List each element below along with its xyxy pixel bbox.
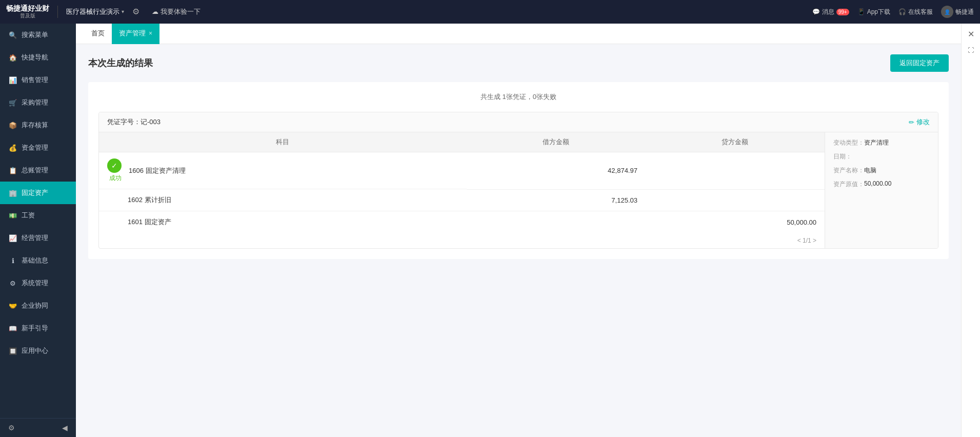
capital-icon: 💰 — [8, 143, 17, 152]
main-layout: 🔍 搜索菜单 🏠 快捷导航 📊 销售管理 🛒 采购管理 📦 库存核算 💰 资金管… — [0, 24, 980, 437]
sidebar: 🔍 搜索菜单 🏠 快捷导航 📊 销售管理 🛒 采购管理 📦 库存核算 💰 资金管… — [0, 24, 76, 437]
top-header: 畅捷通好业财 普及版 医疗器械行业演示 ▾ ⚙ ☁ 我要体验一下 💬 消息 99… — [0, 0, 980, 24]
service-icon: 🎧 — [898, 8, 906, 15]
header-left: 畅捷通好业财 普及版 医疗器械行业演示 ▾ ⚙ ☁ 我要体验一下 — [6, 4, 201, 20]
sidebar-bottom: ⚙ ◀ — [0, 418, 76, 437]
page-header: 本次生成的结果 返回固定资产 — [88, 54, 949, 72]
purchase-icon: 🛒 — [8, 98, 17, 107]
enterprise-icon: 🤝 — [8, 301, 17, 310]
credit-cell-3: 50,000.00 — [646, 211, 825, 233]
download-icon: 📱 — [857, 8, 865, 15]
edit-button[interactable]: ✏ 修改 — [909, 117, 930, 127]
sidebar-label-enterprise: 企业协同 — [22, 301, 48, 310]
info-icon: ℹ — [8, 256, 17, 265]
detail-original-value: 资产原值： 50,000.00 — [833, 180, 930, 189]
subject-cell-1: 1606 固定资产清理 — [129, 166, 186, 175]
message-icon: 💬 — [812, 8, 820, 15]
ledger-icon: 📋 — [8, 166, 17, 175]
page-content: 本次生成的结果 返回固定资产 共生成 1张凭证，0张失败 凭证字号：记-003 … — [76, 44, 961, 437]
home-icon: 🏠 — [8, 53, 17, 62]
pagination-label: < 1/1 > — [797, 237, 816, 244]
app-download-label: App下载 — [867, 8, 890, 16]
voucher-body: 科目 借方金额 贷方金额 ✓ — [99, 132, 938, 248]
credit-cell-2 — [646, 189, 825, 211]
sidebar-item-app-center[interactable]: 🔲 应用中心 — [0, 340, 76, 362]
subject-cell-3: 1601 固定资产 — [128, 218, 171, 226]
message-label: 消息 — [822, 8, 834, 16]
inventory-icon: 📦 — [8, 121, 17, 130]
success-label: 成功 — [109, 174, 122, 183]
detail-change-type: 变动类型： 资产清理 — [833, 138, 930, 147]
change-type-value: 资产清理 — [864, 138, 889, 147]
sidebar-label-system: 系统管理 — [22, 279, 48, 288]
tab-home[interactable]: 首页 — [84, 24, 112, 44]
detail-date: 日期： — [833, 152, 930, 161]
sales-icon: 📊 — [8, 75, 17, 85]
expand-panel-icon[interactable]: ⛶ — [964, 43, 978, 57]
sidebar-label-quick-nav: 快捷导航 — [22, 53, 48, 62]
sidebar-item-payroll[interactable]: 💵 工资 — [0, 204, 76, 227]
sidebar-item-operations[interactable]: 📈 经营管理 — [0, 227, 76, 249]
pagination[interactable]: < 1/1 > — [99, 233, 825, 248]
sidebar-label-purchase: 采购管理 — [22, 98, 48, 107]
sidebar-label-fixed-assets: 固定资产 — [22, 188, 48, 197]
content-area: 首页 资产管理 × 本次生成的结果 返回固定资产 共生成 1张凭证，0张失败 凭… — [76, 24, 961, 437]
sidebar-label-capital: 资金管理 — [22, 143, 48, 152]
page-title: 本次生成的结果 — [88, 57, 153, 69]
collapse-icon[interactable]: ◀ — [62, 424, 68, 432]
sidebar-item-purchase[interactable]: 🛒 采购管理 — [0, 91, 76, 114]
payroll-icon: 💵 — [8, 211, 17, 220]
tab-asset-management[interactable]: 资产管理 × — [112, 24, 159, 44]
result-card: 共生成 1张凭证，0张失败 凭证字号：记-003 ✏ 修改 — [88, 82, 949, 259]
message-button[interactable]: 💬 消息 99+ — [812, 8, 849, 16]
fixed-assets-icon: 🏢 — [8, 188, 17, 197]
sidebar-item-fixed-assets[interactable]: 🏢 固定资产 — [0, 182, 76, 204]
close-panel-icon[interactable]: ✕ — [964, 27, 978, 41]
original-value-label: 资产原值： — [833, 180, 864, 189]
tab-close-icon[interactable]: × — [149, 30, 152, 37]
back-button[interactable]: 返回固定资产 — [890, 54, 949, 72]
success-icon: ✓ — [107, 158, 122, 173]
sidebar-item-search[interactable]: 🔍 搜索菜单 — [0, 24, 76, 46]
col-header-credit: 贷方金额 — [646, 132, 825, 152]
sidebar-item-inventory[interactable]: 📦 库存核算 — [0, 114, 76, 136]
sidebar-label-operations: 经营管理 — [22, 233, 48, 243]
sidebar-item-quick-nav[interactable]: 🏠 快捷导航 — [0, 46, 76, 69]
debit-cell-3 — [467, 211, 646, 233]
company-name: 医疗器械行业演示 — [66, 7, 119, 16]
sidebar-label-inventory: 库存核算 — [22, 121, 48, 130]
logo: 畅捷通好业财 普及版 — [6, 4, 49, 20]
company-settings-icon[interactable]: ⚙ — [132, 7, 139, 16]
sidebar-item-system[interactable]: ⚙ 系统管理 — [0, 272, 76, 294]
sidebar-item-capital[interactable]: 💰 资金管理 — [0, 136, 76, 159]
subject-cell-2: 1602 累计折旧 — [128, 196, 171, 204]
settings-bottom-icon[interactable]: ⚙ — [8, 424, 15, 432]
sidebar-item-sales[interactable]: 📊 销售管理 — [0, 69, 76, 91]
original-value-value: 50,000.00 — [864, 180, 891, 189]
online-service-button[interactable]: 🎧 在线客服 — [898, 8, 933, 16]
user-label: 畅捷通 — [955, 8, 974, 16]
asset-name-label: 资产名称： — [833, 166, 864, 175]
sidebar-label-guide: 新手引导 — [22, 324, 48, 333]
edit-label: 修改 — [916, 117, 930, 127]
user-menu[interactable]: 👤 畅捷通 — [941, 6, 974, 18]
experience-button[interactable]: ☁ 我要体验一下 — [152, 7, 201, 16]
message-badge: 99+ — [836, 9, 849, 15]
sidebar-item-enterprise[interactable]: 🤝 企业协同 — [0, 294, 76, 317]
app-download-button[interactable]: 📱 App下载 — [857, 8, 890, 16]
result-summary: 共生成 1张凭证，0张失败 — [98, 92, 938, 102]
sidebar-label-basic-info: 基础信息 — [22, 256, 48, 265]
sidebar-label-payroll: 工资 — [22, 211, 35, 220]
tab-home-label: 首页 — [91, 29, 105, 38]
col-header-subject: 科目 — [99, 132, 467, 152]
sidebar-label-ledger: 总账管理 — [22, 166, 48, 175]
search-icon: 🔍 — [8, 30, 17, 39]
edit-icon: ✏ — [909, 118, 914, 126]
sidebar-item-guide[interactable]: 📖 新手引导 — [0, 317, 76, 340]
sidebar-item-ledger[interactable]: 📋 总账管理 — [0, 159, 76, 182]
debit-cell-2: 7,125.03 — [467, 189, 646, 211]
credit-cell-1 — [646, 152, 825, 190]
sidebar-item-basic-info[interactable]: ℹ 基础信息 — [0, 249, 76, 272]
company-selector[interactable]: 医疗器械行业演示 ▾ — [66, 7, 124, 16]
guide-icon: 📖 — [8, 324, 17, 333]
